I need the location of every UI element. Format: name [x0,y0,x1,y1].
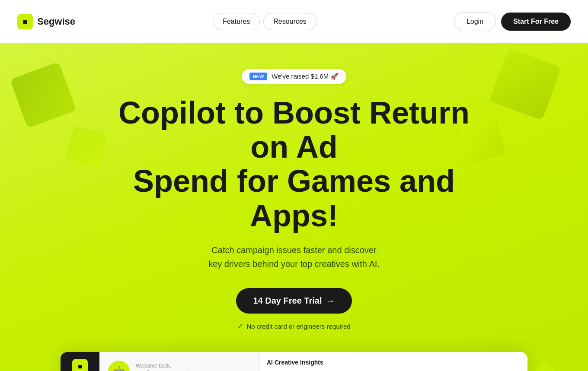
start-button[interactable]: Start For Free [501,13,571,31]
app-left-panel: 🤖 Welcome back, John Doe 👋✨ AI Powered M… [99,352,259,371]
hero-subtitle-line2: key drivers behind your top creatives wi… [208,259,380,269]
greeting-text: Welcome back, [136,363,201,369]
navbar: ■ Segwise Features Resources Login Start… [0,0,588,43]
trial-button-arrow: → [326,296,335,306]
hero-note-text: No credit card or engineers required [246,323,350,330]
user-name: John Doe 👋✨ [136,369,201,371]
logo-icon: ■ [17,14,33,29]
hero-title-line1: Copilot to Boost Return on Ad [118,95,470,164]
nav-actions: Login Start For Free [454,12,571,31]
welcome-text: Welcome back, John Doe 👋✨ [136,363,201,371]
check-icon: ✓ [237,322,243,330]
hero-title-line2: Spend for Games and Apps! [133,164,455,232]
deco-cube-tl [10,62,77,128]
deco-cube-br [520,361,579,371]
deco-cube-tr [489,48,562,120]
insights-header: AI Creative Insights [267,359,521,371]
nav-features[interactable]: Features [213,13,260,30]
hero-badge: NEW We've raised $1.6M 🚀 [242,69,347,84]
hero-section: NEW We've raised $1.6M 🚀 Copilot to Boos… [0,43,588,371]
hero-title: Copilot to Boost Return on Ad Spend for … [99,96,489,233]
logo: ■ Segwise [17,14,75,29]
trial-button[interactable]: 14 Day Free Trial → [236,288,352,314]
nav-links: Features Resources [213,13,316,30]
logo-text: Segwise [37,16,75,27]
hero-note: ✓ No credit card or engineers required [237,322,350,330]
sidebar-logo-icon: ■ [72,359,88,371]
user-avatar: 🤖 [108,361,130,371]
app-preview: ■ 🏠 Home 📊 Reports 🔔 Alerts 📐 Metrics [61,352,527,371]
app-right-panel: AI Creative Insights 🏷️ Top performing T… [259,352,527,371]
hero-subtitle: Catch campaign issues faster and discove… [208,243,380,271]
badge-text: We've raised $1.6M 🚀 [272,73,339,80]
badge-new-label: NEW [249,73,268,80]
nav-resources[interactable]: Resources [263,13,316,30]
app-sidebar: ■ 🏠 Home 📊 Reports 🔔 Alerts 📐 Metrics [61,352,99,371]
hero-subtitle-line1: Catch campaign issues faster and discove… [211,245,376,255]
welcome-section: 🤖 Welcome back, John Doe 👋✨ [108,361,251,371]
trial-button-label: 14 Day Free Trial [253,296,322,306]
login-button[interactable]: Login [454,12,496,31]
